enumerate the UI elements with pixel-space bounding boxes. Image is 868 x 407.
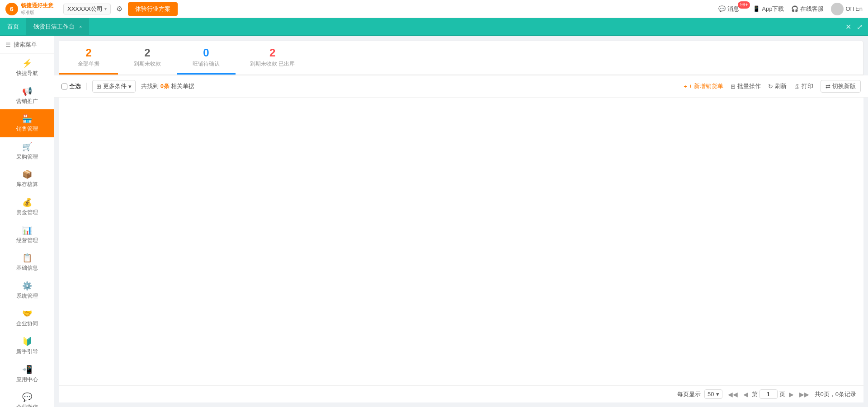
sidebar-biz-label: 经营管理 bbox=[16, 237, 38, 244]
headset-icon: 🎧 bbox=[791, 5, 798, 12]
sidebar-sales-label: 销售管理 bbox=[16, 126, 38, 133]
tab-close-button[interactable]: ✕ bbox=[844, 21, 853, 33]
online-service-label: 在线客服 bbox=[800, 5, 824, 13]
add-btn-label: + 新增销货单 bbox=[689, 82, 723, 90]
app-name: 畅捷通好生意 bbox=[21, 2, 53, 9]
add-sales-order-button[interactable]: + + 新增销货单 bbox=[684, 82, 723, 90]
sidebar-system-label: 系统管理 bbox=[16, 293, 38, 300]
filter-chevron-icon: ▾ bbox=[128, 83, 132, 90]
found-prefix: 共找到 bbox=[141, 83, 159, 89]
sidebar-stock-label: 库存核算 bbox=[16, 181, 38, 188]
sidebar-finance-label: 资金管理 bbox=[16, 209, 38, 216]
stats-tabs: 2 全部单据 2 到期未收款 0 旺铺待确认 2 到期未收款 已出库 bbox=[59, 41, 863, 75]
prev-page-button[interactable]: ◀ bbox=[741, 390, 750, 399]
sidebar-item-finance[interactable]: 💰 资金管理 bbox=[0, 193, 54, 221]
refresh-icon: ↻ bbox=[768, 83, 773, 90]
sidebar-item-wechat[interactable]: 💬 企业微信 bbox=[0, 388, 54, 407]
sidebar-item-purchase[interactable]: 🛒 采购管理 bbox=[0, 137, 54, 165]
print-icon: 🖨 bbox=[794, 83, 800, 90]
sidebar-item-biz[interactable]: 📊 经营管理 bbox=[0, 221, 54, 249]
tab-workbench[interactable]: 钱货日清工作台 × bbox=[26, 18, 89, 35]
company-selector[interactable]: XXXXXX公司 ▾ bbox=[63, 4, 111, 14]
sidebar-search[interactable]: ☰ 搜索菜单 bbox=[0, 36, 54, 54]
online-service-button[interactable]: 🎧 在线客服 bbox=[791, 5, 824, 13]
search-menu-label: 搜索菜单 bbox=[14, 41, 37, 49]
sidebar: ☰ 搜索菜单 ⚡ 快捷导航 📢 营销推广 🏪 销售管理 🛒 采购管理 📦 库存核… bbox=[0, 36, 54, 407]
trial-button[interactable]: 体验行业方案 bbox=[128, 2, 178, 16]
finance-icon: 💰 bbox=[22, 197, 32, 207]
batch-operation-button[interactable]: ⊞ 批量操作 bbox=[731, 82, 761, 90]
logo-area: 6 畅捷通好生意 标准版 bbox=[5, 2, 60, 16]
sidebar-nav-label: 快捷导航 bbox=[16, 70, 38, 77]
pagination-summary: 共0页，0条记录 bbox=[815, 390, 856, 398]
sidebar-item-guide[interactable]: 🔰 新手引导 bbox=[0, 332, 54, 360]
per-page-select[interactable]: 50 ▾ bbox=[704, 389, 722, 399]
stat-number-shipped: 2 bbox=[269, 47, 275, 59]
tab-expand-button[interactable]: ⤢ bbox=[855, 21, 864, 33]
sidebar-item-sales[interactable]: 🏪 销售管理 bbox=[0, 109, 54, 137]
batch-label: 批量操作 bbox=[737, 82, 761, 90]
stat-label-shipped: 到期未收款 已出库 bbox=[250, 60, 295, 68]
per-page-chevron-icon: ▾ bbox=[716, 391, 719, 398]
page-number-input[interactable] bbox=[760, 389, 778, 399]
switch-label: 切换新版 bbox=[832, 82, 856, 90]
sidebar-item-market[interactable]: 📢 营销推广 bbox=[0, 82, 54, 110]
filter-button[interactable]: ⊞ 更多条件 ▾ bbox=[92, 80, 136, 93]
tab-bar: 首页 钱货日清工作台 × ✕ ⤢ bbox=[0, 18, 868, 36]
menu-icon: ☰ bbox=[5, 42, 11, 48]
page-suffix: 页 bbox=[779, 390, 785, 398]
top-header: 6 畅捷通好生意 标准版 XXXXXX公司 ▾ ⚙ 体验行业方案 💬 消息 99… bbox=[0, 0, 868, 18]
sidebar-item-system[interactable]: ⚙️ 系统管理 bbox=[0, 276, 54, 304]
refresh-button[interactable]: ↻ 刷新 bbox=[768, 82, 787, 90]
message-badge: 99+ bbox=[738, 1, 750, 9]
user-avatar-area[interactable]: OfTEn bbox=[831, 3, 863, 15]
stock-icon: 📦 bbox=[22, 169, 32, 179]
print-button[interactable]: 🖨 打印 bbox=[794, 82, 813, 90]
app-badge: 标准版 bbox=[21, 9, 53, 16]
per-page-label: 每页显示 bbox=[677, 390, 701, 398]
print-label: 打印 bbox=[802, 82, 813, 90]
sidebar-item-stock[interactable]: 📦 库存核算 bbox=[0, 165, 54, 193]
stat-tab-shipped[interactable]: 2 到期未收款 已出库 bbox=[236, 41, 309, 75]
nav-icon: ⚡ bbox=[22, 58, 32, 68]
app-download-button[interactable]: 📱 App下载 bbox=[753, 5, 784, 13]
select-all-label: 全选 bbox=[69, 82, 81, 90]
switch-version-button[interactable]: ⇄ 切换新版 bbox=[821, 80, 861, 93]
batch-icon: ⊞ bbox=[731, 83, 736, 90]
main-layout: ☰ 搜索菜单 ⚡ 快捷导航 📢 营销推广 🏪 销售管理 🛒 采购管理 📦 库存核… bbox=[0, 36, 868, 407]
refresh-label: 刷新 bbox=[775, 82, 787, 90]
sidebar-item-nav[interactable]: ⚡ 快捷导航 bbox=[0, 54, 54, 82]
content-area: 2 全部单据 2 到期未收款 0 旺铺待确认 2 到期未收款 已出库 bbox=[54, 36, 868, 407]
message-button[interactable]: 💬 消息 99+ bbox=[718, 5, 745, 13]
sidebar-market-label: 营销推广 bbox=[16, 98, 38, 105]
sidebar-item-basic[interactable]: 📋 基础信息 bbox=[0, 248, 54, 276]
sidebar-coop-label: 企业协同 bbox=[16, 320, 38, 327]
sidebar-guide-label: 新手引导 bbox=[16, 348, 38, 356]
stat-number-pending: 0 bbox=[203, 47, 209, 59]
stat-tab-pending[interactable]: 0 旺铺待确认 bbox=[177, 41, 236, 75]
toolbar: 全选 ⊞ 更多条件 ▾ 共找到 0条 相关单据 + + 新增销货单 ⊞ bbox=[54, 75, 868, 98]
stat-tab-all[interactable]: 2 全部单据 bbox=[59, 41, 118, 75]
found-count: 0条 bbox=[160, 83, 170, 89]
coop-icon: 🤝 bbox=[22, 309, 32, 318]
next-page-button[interactable]: ▶ bbox=[787, 390, 796, 399]
tab-close-icon[interactable]: × bbox=[79, 24, 82, 29]
select-all-input[interactable] bbox=[61, 84, 67, 89]
sidebar-item-coop[interactable]: 🤝 企业协同 bbox=[0, 304, 54, 332]
filter-label: 更多条件 bbox=[103, 82, 127, 90]
tab-home[interactable]: 首页 bbox=[0, 18, 26, 35]
home-tab-label: 首页 bbox=[7, 23, 19, 31]
pagination-bar: 每页显示 50 ▾ ◀◀ ◀ 第 页 ▶ ▶▶ 共0页，0条记录 bbox=[59, 385, 863, 402]
wechat-icon: 💬 bbox=[22, 392, 32, 402]
system-icon: ⚙️ bbox=[22, 281, 32, 291]
first-page-button[interactable]: ◀◀ bbox=[726, 390, 740, 399]
sidebar-item-appstore[interactable]: 📲 应用中心 bbox=[0, 360, 54, 388]
logo-icon: 6 bbox=[5, 3, 18, 15]
last-page-button[interactable]: ▶▶ bbox=[797, 390, 811, 399]
stat-tab-overdue[interactable]: 2 到期未收款 bbox=[118, 41, 177, 75]
settings-icon[interactable]: ⚙ bbox=[114, 3, 124, 15]
chevron-down-icon: ▾ bbox=[104, 6, 107, 11]
select-all-checkbox[interactable]: 全选 bbox=[61, 82, 81, 90]
biz-icon: 📊 bbox=[22, 225, 32, 235]
stat-label-all: 全部单据 bbox=[78, 60, 99, 68]
